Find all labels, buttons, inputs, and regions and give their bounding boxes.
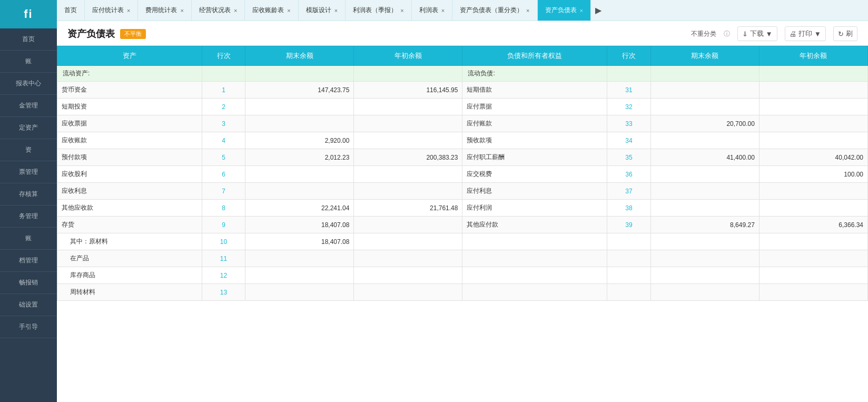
tab-close-profit-quarterly[interactable]: × — [400, 7, 403, 14]
year-start2 — [759, 200, 867, 217]
col-liability: 负债和所有者权益 — [462, 46, 607, 66]
tab-expense-stats[interactable]: 费用统计表 × — [138, 0, 191, 21]
asset-name: 应收股利 — [57, 166, 202, 183]
balance-sheet-table: 资产 行次 期末余额 年初余额 负债和所有者权益 行次 期末余额 年初余额 流动… — [57, 46, 868, 301]
year-start2 — [759, 233, 867, 250]
classify-button[interactable]: 不重分类 — [691, 30, 716, 38]
row-num2: 39 — [607, 217, 650, 233]
table-container: 资产 行次 期末余额 年初余额 负债和所有者权益 行次 期末余额 年初余额 流动… — [57, 46, 868, 402]
end-balance: 2,012.23 — [245, 149, 354, 166]
end-balance2 — [650, 267, 759, 284]
year-start2 — [759, 250, 867, 267]
sidebar-item-home[interactable]: 首页 — [0, 28, 57, 51]
sidebar-item-tax[interactable]: 务管理 — [0, 205, 57, 228]
sidebar-item-inventory[interactable]: 存核算 — [0, 183, 57, 205]
row-num: 2 — [202, 99, 245, 115]
asset-name: 存货 — [57, 217, 202, 233]
row-num2: 33 — [607, 115, 650, 132]
tab-template-design[interactable]: 模版设计 × — [299, 0, 346, 21]
col-end-balance: 期末余额 — [245, 46, 354, 66]
row-num: 1 — [202, 82, 245, 99]
tab-close-expense-stats[interactable]: × — [180, 7, 183, 14]
col-row-num: 行次 — [202, 46, 245, 66]
sidebar-item-fund[interactable]: 金管理 — [0, 95, 57, 117]
end-balance: 2,920.00 — [245, 132, 354, 149]
asset-name: 应收账款 — [57, 132, 202, 149]
table-row: 应收账款 4 2,920.00 预收款项 34 — [57, 132, 868, 149]
liability-name — [462, 267, 607, 284]
end-balance2 — [650, 183, 759, 200]
print-button[interactable]: 🖨 打印 ▼ — [785, 26, 826, 41]
table-row: 应收利息 7 应付利息 37 — [57, 183, 868, 200]
year-start2 — [759, 183, 867, 200]
tab-ar-aging[interactable]: 应收账龄表 × — [245, 0, 298, 21]
tab-ap-stats[interactable]: 应付统计表 × — [85, 0, 138, 21]
row-num: 3 — [202, 115, 245, 132]
tab-balance-reclassified[interactable]: 资产负债表（重分类） × — [452, 0, 537, 21]
tab-bar: 首页 应付统计表 × 费用统计表 × 经营状况表 × 应收账龄表 × 模版设计 … — [57, 0, 868, 21]
end-balance: 18,407.08 — [245, 233, 354, 250]
tab-home[interactable]: 首页 — [57, 0, 85, 21]
tab-close-profit[interactable]: × — [441, 7, 445, 14]
tab-profit[interactable]: 利润表 × — [412, 0, 452, 21]
year-start — [354, 183, 462, 200]
sidebar-item-account[interactable]: 账 — [0, 51, 57, 73]
sidebar-item-guide[interactable]: 手引导 — [0, 316, 57, 338]
row-num: 11 — [202, 250, 245, 267]
tab-scroll-right[interactable]: ▶ — [591, 5, 606, 15]
sidebar-item-invest[interactable]: 资 — [0, 139, 57, 161]
liability-name: 应付票据 — [462, 99, 607, 115]
asset-name: 其中：原材料 — [57, 233, 202, 250]
year-start — [354, 217, 462, 233]
tab-close-balance[interactable]: × — [580, 7, 583, 14]
tab-close-template-design[interactable]: × — [334, 7, 338, 14]
sidebar-item-report-center[interactable]: 报表中心 — [0, 73, 57, 95]
liability-name: 短期借款 — [462, 82, 607, 99]
year-start — [354, 132, 462, 149]
year-start2 — [759, 132, 867, 149]
col-year-start: 年初余额 — [354, 46, 462, 66]
row-num: 12 — [202, 267, 245, 284]
liability-name: 应付账款 — [462, 115, 607, 132]
end-balance2: 20,700.00 — [650, 115, 759, 132]
tab-close-ar-aging[interactable]: × — [287, 7, 290, 14]
tab-close-business-status[interactable]: × — [234, 7, 237, 14]
year-start — [354, 99, 462, 115]
liability-name: 应付利润 — [462, 200, 607, 217]
year-start2: 100.00 — [759, 166, 867, 183]
row-num2 — [607, 233, 650, 250]
sidebar-item-settings[interactable]: 础设置 — [0, 294, 57, 316]
print-icon: 🖨 — [790, 30, 796, 38]
tab-close-ap-stats[interactable]: × — [127, 7, 130, 14]
tab-close-balance-reclassified[interactable]: × — [526, 7, 529, 14]
liability-name: 其他应付款 — [462, 217, 607, 233]
tab-balance[interactable]: 资产负债表 × — [538, 0, 591, 21]
year-start: 21,761.48 — [354, 200, 462, 217]
sidebar-item-bill[interactable]: 票管理 — [0, 161, 57, 183]
left-group-label: 流动资产: — [57, 66, 202, 82]
row-num2: 37 — [607, 183, 650, 200]
col-end-balance2: 期末余额 — [650, 46, 759, 66]
table-row: 库存商品 12 — [57, 267, 868, 284]
asset-name: 应收利息 — [57, 183, 202, 200]
row-num2: 31 — [607, 82, 650, 99]
sidebar-item-ledger[interactable]: 账 — [0, 228, 57, 250]
download-button[interactable]: ⇓ 下载 ▼ — [737, 26, 777, 41]
table-row: 短期投资 2 应付票据 32 — [57, 99, 868, 115]
tab-profit-quarterly[interactable]: 利润表（季报） × — [346, 0, 411, 21]
sidebar-item-expense[interactable]: 畅报销 — [0, 272, 57, 294]
table-row: 周转材料 13 — [57, 284, 868, 301]
tab-business-status[interactable]: 经营状况表 × — [192, 0, 245, 21]
row-num: 6 — [202, 166, 245, 183]
table-row: 其他应收款 8 22,241.04 21,761.48 应付利润 38 — [57, 200, 868, 217]
row-num2: 36 — [607, 166, 650, 183]
asset-name: 周转材料 — [57, 284, 202, 301]
sidebar-item-archive[interactable]: 档管理 — [0, 250, 57, 272]
refresh-button[interactable]: ↻ 刷 — [833, 26, 857, 41]
sidebar-item-fixed-assets[interactable]: 定资产 — [0, 117, 57, 139]
end-balance2 — [650, 99, 759, 115]
row-num: 5 — [202, 149, 245, 166]
end-balance2 — [650, 82, 759, 99]
asset-name: 短期投资 — [57, 99, 202, 115]
year-start2 — [759, 115, 867, 132]
